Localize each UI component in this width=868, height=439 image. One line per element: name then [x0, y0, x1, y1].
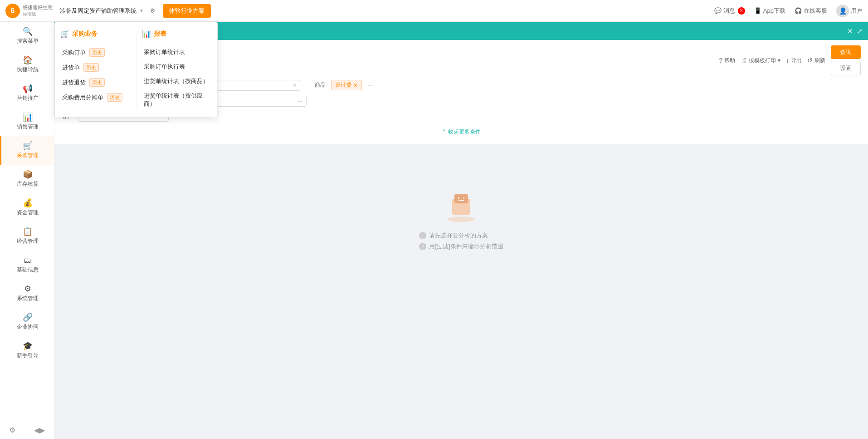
salesperson-dots[interactable]: ··· — [298, 98, 302, 104]
tip1-text: 请先选择要分析的方案 — [429, 232, 488, 240]
sales-icon: 📊 — [23, 113, 33, 121]
sidebar-item-quick[interactable]: 🏠 快捷导航 — [0, 50, 54, 79]
query-btn[interactable]: 查询 — [831, 45, 861, 59]
sidebar-label-enterprise: 企业协同 — [17, 323, 39, 331]
sidebar-label-inventory: 库存核算 — [17, 180, 39, 188]
purchase-section-label: 采购业务 — [72, 30, 98, 38]
sidebar-label-finance: 资金管理 — [17, 209, 39, 217]
message-icon: 💬 — [714, 7, 722, 14]
stock-return-item[interactable]: 进货退货 历史 — [60, 75, 131, 90]
logo-icon: 6 — [5, 4, 20, 18]
settings-btn[interactable]: 设置 — [831, 61, 861, 75]
collapse-icon: ⌃ — [442, 128, 446, 135]
purchase-cost-history[interactable]: 历史 — [107, 93, 122, 102]
search-icon: 🔍 — [23, 27, 33, 35]
stock-in-history[interactable]: 历史 — [83, 63, 99, 72]
purchase-order-label: 采购订单 — [62, 49, 86, 57]
purchase-order-item[interactable]: 采购订单 历史 — [60, 45, 131, 60]
salesperson-select[interactable]: ··· — [216, 96, 307, 107]
sidebar-item-guide[interactable]: 🎓 新手引导 — [0, 336, 54, 365]
sidebar-label-marketing: 营销推广 — [17, 94, 39, 102]
sidebar-item-finance[interactable]: 💰 资金管理 — [0, 193, 54, 222]
purchase-order-stats-item[interactable]: 采购订单统计表 — [142, 45, 212, 59]
purchase-section-title: 🛒 采购业务 — [60, 28, 131, 42]
user-action[interactable]: 👤 用户 — [836, 5, 863, 17]
logo-area: 6 畅捷通好生意 标准版 — [5, 4, 60, 18]
collapse-label: 收起更多条件 — [448, 128, 481, 135]
logo-badge: 标准版 — [23, 11, 53, 17]
goods-tag-close[interactable]: ✕ — [353, 82, 358, 89]
empty-text: 1 请先选择要分析的方案 2 用[过滤]条件来缩小分析范围 — [419, 232, 503, 251]
refresh-btn[interactable]: ↺ 刷新 — [807, 57, 825, 64]
purchase-section-icon: 🛒 — [60, 30, 69, 38]
goods-more-dots[interactable]: ··· — [367, 82, 372, 89]
sidebar-item-inventory[interactable]: 📦 库存核算 — [0, 165, 54, 193]
sidebar-item-basic[interactable]: 🗂 基础信息 — [0, 251, 54, 279]
sidebar-item-search[interactable]: 🔍 搜索菜单 — [0, 22, 54, 50]
online-service-label: 在线客服 — [804, 7, 827, 15]
purchase-cost-item[interactable]: 采购费用分摊单 历史 — [60, 90, 131, 105]
tip2-num: 2 — [419, 243, 426, 250]
print-btn[interactable]: 🖨 按模板打印 ▾ — [741, 57, 780, 64]
export-btn[interactable]: ↓ 导出 — [786, 57, 802, 64]
sidebar-label-sales: 销售管理 — [17, 123, 39, 131]
purchase-order-exec-item[interactable]: 采购订单执行表 — [142, 59, 212, 74]
help-label: 帮助 — [724, 57, 735, 64]
stock-return-history[interactable]: 历史 — [89, 78, 105, 87]
tab-bar-right: ✕ ⤢ — [847, 27, 868, 35]
tab-expand-icon[interactable]: ⤢ — [857, 27, 863, 35]
sidebar-item-purchase[interactable]: 🛒 采购管理 — [0, 136, 54, 165]
stock-in-stats-supplier-label: 进货单统计表（按供应商） — [144, 92, 210, 108]
status-select[interactable]: ▾ — [210, 80, 300, 91]
tip2-text: 用[过滤]条件来缩小分析范围 — [429, 242, 503, 251]
online-service-action[interactable]: 🎧 在线客服 — [795, 7, 827, 15]
export-icon: ↓ — [786, 57, 789, 64]
industry-btn[interactable]: 体验行业方案 — [163, 4, 211, 18]
report-section-label: 报表 — [154, 30, 166, 38]
phone-icon: 📱 — [754, 7, 761, 14]
stock-return-label: 进货退货 — [62, 79, 86, 87]
logo-text-area: 畅捷通好生意 标准版 — [23, 4, 53, 17]
message-action[interactable]: 💬 消息 9 — [714, 7, 745, 15]
sidebar-item-system[interactable]: ⚙ 系统管理 — [0, 279, 54, 308]
print-label: 按模板打印 — [749, 57, 776, 64]
empty-tip-2: 2 用[过滤]条件来缩小分析范围 — [419, 242, 503, 251]
operation-icon: 📋 — [23, 227, 33, 236]
action-btn-group: 查询 设置 — [831, 45, 861, 75]
empty-tip-1: 1 请先选择要分析的方案 — [419, 232, 503, 240]
title-dropdown-icon[interactable]: ▾ — [140, 8, 143, 14]
sidebar-settings-btn[interactable]: ⚙ — [9, 426, 15, 434]
sidebar-label-basic: 基础信息 — [17, 266, 39, 274]
collapse-row[interactable]: ⌃ 收起更多条件 — [62, 125, 861, 138]
sidebar-item-marketing[interactable]: 📢 营销推广 — [0, 79, 54, 108]
purchase-icon: 🛒 — [23, 142, 33, 150]
tab-close-window-icon[interactable]: ✕ — [847, 27, 853, 35]
sidebar-item-operation[interactable]: 📋 经营管理 — [0, 222, 54, 251]
header-right: 💬 消息 9 📱 App下载 🎧 在线客服 👤 用户 — [714, 5, 863, 17]
home-icon: 🏠 — [23, 56, 33, 64]
export-label: 导出 — [791, 57, 802, 64]
stock-in-label: 进货单 — [62, 64, 80, 72]
sidebar-label-search: 搜索菜单 — [17, 37, 39, 45]
print-icon: 🖨 — [741, 57, 747, 64]
sidebar-item-enterprise[interactable]: 🔗 企业协同 — [0, 308, 54, 336]
sidebar-label-purchase: 采购管理 — [17, 152, 39, 159]
app-download-action[interactable]: 📱 App下载 — [754, 7, 785, 15]
stock-in-stats-supplier-item[interactable]: 进货单统计表（按供应商） — [142, 89, 212, 111]
message-badge: 9 — [738, 7, 745, 15]
print-dropdown-icon[interactable]: ▾ — [778, 57, 780, 64]
sidebar-collapse-btn[interactable]: ◀▶ — [34, 426, 45, 434]
goods-label: 商品 — [315, 81, 326, 89]
logo-text: 畅捷通好生意 — [23, 4, 53, 10]
system-title-area: 装备及固定资产辅助管理系统 ▾ ⚙ 体验行业方案 — [60, 4, 714, 18]
app-download-label: App下载 — [763, 7, 785, 15]
stock-in-stats-goods-item[interactable]: 进货单统计表（按商品） — [142, 74, 212, 89]
stock-in-item[interactable]: 进货单 历史 — [60, 60, 131, 75]
sidebar-item-sales[interactable]: 📊 销售管理 — [0, 108, 54, 136]
purchase-order-stats-label: 采购订单统计表 — [144, 48, 185, 56]
enterprise-icon: 🔗 — [23, 313, 33, 321]
purchase-order-history[interactable]: 历史 — [89, 48, 105, 57]
purchase-col-1: 🛒 采购业务 采购订单 历史 进货单 历史 进货退货 历史 采购费用分摊单 历史 — [55, 28, 136, 111]
settings-icon-btn[interactable]: ⚙ — [146, 5, 159, 17]
help-btn[interactable]: ? 帮助 — [719, 57, 735, 64]
